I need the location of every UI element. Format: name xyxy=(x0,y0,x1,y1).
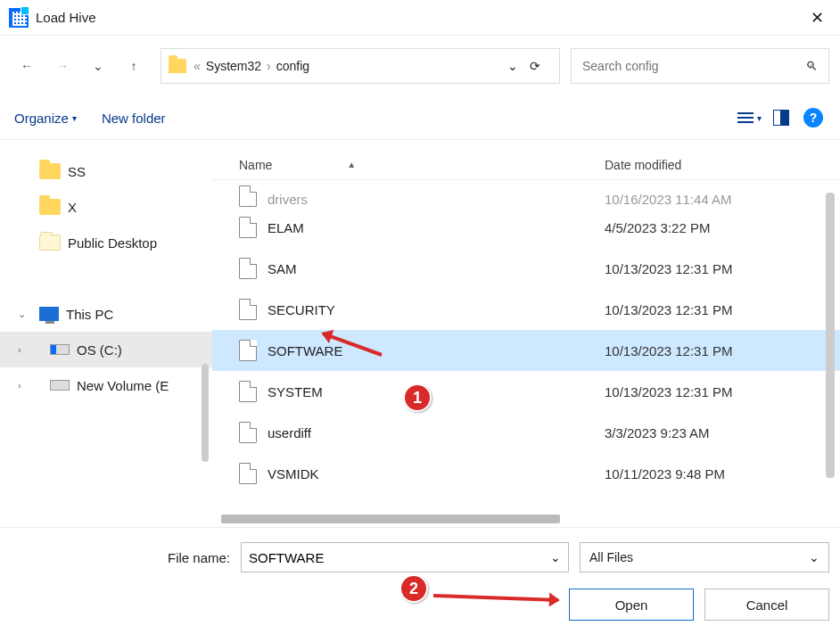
help-icon: ? xyxy=(803,108,823,128)
file-type-filter[interactable]: All Files ⌄ xyxy=(580,542,829,572)
file-pane: Name ▲ Date modified drivers10/16/2023 1… xyxy=(212,150,840,527)
sidebar-item-label: X xyxy=(68,200,77,215)
preview-pane-toggle[interactable] xyxy=(769,105,794,130)
breadcrumb-sep: « xyxy=(192,59,202,73)
filename-label: File name: xyxy=(11,550,230,565)
sidebar-item[interactable]: ›OS (C:) xyxy=(0,332,212,367)
file-name: SOFTWARE xyxy=(268,343,605,358)
sidebar-item-label: This PC xyxy=(66,307,113,322)
this-pc-icon xyxy=(39,307,59,321)
file-icon xyxy=(239,185,257,207)
file-row[interactable]: userdiff3/3/2023 9:23 AM xyxy=(212,412,840,453)
sidebar-item-label: Public Desktop xyxy=(68,235,157,251)
file-name: SYSTEM xyxy=(268,384,605,399)
folder-icon xyxy=(39,199,61,215)
file-date: 10/13/2023 12:31 PM xyxy=(605,302,732,317)
file-row[interactable]: VSMIDK10/11/2023 9:48 PM xyxy=(212,453,840,494)
preview-icon xyxy=(773,110,789,126)
cancel-button[interactable]: Cancel xyxy=(704,589,829,621)
file-date: 10/13/2023 12:31 PM xyxy=(605,384,732,399)
expand-chevron-icon[interactable]: › xyxy=(18,344,21,355)
recent-dropdown[interactable]: ⌄ xyxy=(82,50,114,82)
sidebar: SSXPublic Desktop⌄This PC›OS (C:)›New Vo… xyxy=(0,150,212,527)
back-button[interactable]: ← xyxy=(11,50,43,82)
window-title: Load Hive xyxy=(36,10,96,25)
file-date: 3/3/2023 9:23 AM xyxy=(605,425,710,441)
refresh-button[interactable]: ⟳ xyxy=(518,59,552,73)
file-icon xyxy=(239,258,257,279)
horizontal-scrollbar[interactable] xyxy=(221,515,840,527)
column-headers[interactable]: Name ▲ Date modified xyxy=(212,150,840,180)
file-name: SECURITY xyxy=(268,302,605,317)
chevron-down-icon: ▾ xyxy=(72,113,77,123)
sidebar-item[interactable]: SS xyxy=(0,153,212,189)
sidebar-item[interactable]: ⌄This PC xyxy=(0,296,212,332)
toolbar: Organize ▾ New folder ▾ ? xyxy=(0,96,840,140)
file-row[interactable]: drivers10/16/2023 11:44 AM xyxy=(212,180,840,207)
chevron-down-icon[interactable]: ⌄ xyxy=(550,550,561,564)
chevron-down-icon: ▾ xyxy=(757,113,762,123)
address-bar[interactable]: « System32 › config ⌄ ⟳ xyxy=(161,48,560,84)
new-folder-button[interactable]: New folder xyxy=(102,111,166,126)
sidebar-item[interactable]: X xyxy=(0,189,212,225)
organize-label: Organize xyxy=(14,111,69,126)
forward-button: → xyxy=(46,50,78,82)
file-row[interactable]: SECURITY10/13/2023 12:31 PM xyxy=(212,289,840,330)
sidebar-item-label: OS (C:) xyxy=(77,342,122,358)
search-icon[interactable]: 🔍︎ xyxy=(805,59,818,73)
sidebar-item-label: New Volume (E xyxy=(77,378,169,393)
file-icon xyxy=(239,422,257,443)
filename-combobox[interactable]: ⌄ xyxy=(241,542,569,572)
file-name: ELAM xyxy=(268,220,605,235)
up-button[interactable]: ↑ xyxy=(118,50,150,82)
close-button[interactable]: ✕ xyxy=(803,4,831,31)
file-icon xyxy=(239,381,257,402)
file-icon xyxy=(239,299,257,320)
file-name: drivers xyxy=(268,192,605,207)
breadcrumb-part[interactable]: config xyxy=(273,59,313,73)
address-dropdown[interactable]: ⌄ xyxy=(507,59,518,73)
nav-row: ← → ⌄ ↑ « System32 › config ⌄ ⟳ 🔍︎ xyxy=(0,36,840,96)
open-button[interactable]: Open xyxy=(569,589,694,621)
registry-app-icon xyxy=(9,8,29,28)
col-name-header[interactable]: Name xyxy=(239,158,272,172)
sidebar-item[interactable]: Public Desktop xyxy=(0,225,212,260)
search-box[interactable]: 🔍︎ xyxy=(571,48,829,84)
titlebar: Load Hive ✕ xyxy=(0,0,840,36)
file-date: 10/16/2023 11:44 AM xyxy=(605,192,732,207)
drive-icon xyxy=(50,344,70,355)
vertical-scrollbar[interactable] xyxy=(826,193,835,478)
organize-menu[interactable]: Organize ▾ xyxy=(14,111,77,126)
chevron-right-icon: › xyxy=(265,59,273,73)
filter-label: All Files xyxy=(589,550,633,564)
sort-asc-icon: ▲ xyxy=(347,160,356,169)
dialog-body: SSXPublic Desktop⌄This PC›OS (C:)›New Vo… xyxy=(0,150,840,527)
file-name: VSMIDK xyxy=(268,466,605,482)
file-row[interactable]: SOFTWARE10/13/2023 12:31 PM xyxy=(212,330,840,371)
view-options[interactable]: ▾ xyxy=(737,105,762,130)
file-date: 10/11/2023 9:48 PM xyxy=(605,466,725,482)
folder-icon xyxy=(169,59,186,73)
file-row[interactable]: ELAM4/5/2023 3:22 PM xyxy=(212,207,840,248)
sidebar-scrollbar[interactable] xyxy=(202,364,209,462)
folder-icon xyxy=(39,235,61,251)
col-date-header[interactable]: Date modified xyxy=(605,158,681,172)
file-date: 4/5/2023 3:22 PM xyxy=(605,220,710,235)
chevron-down-icon: ⌄ xyxy=(809,550,819,564)
sidebar-item[interactable]: ›New Volume (E xyxy=(0,367,212,403)
filename-input[interactable] xyxy=(249,550,550,565)
search-input[interactable] xyxy=(582,59,805,73)
file-name: userdiff xyxy=(268,425,605,441)
file-name: SAM xyxy=(268,261,605,276)
help-button[interactable]: ? xyxy=(801,105,826,130)
expand-chevron-icon[interactable]: ⌄ xyxy=(18,309,26,320)
file-icon xyxy=(239,217,257,238)
expand-chevron-icon[interactable]: › xyxy=(18,380,21,391)
annotation-marker-2: 2 xyxy=(399,574,428,603)
drive-icon xyxy=(50,380,70,391)
file-date: 10/13/2023 12:31 PM xyxy=(605,261,732,276)
breadcrumb-part[interactable]: System32 xyxy=(202,59,265,73)
file-row[interactable]: SAM10/13/2023 12:31 PM xyxy=(212,248,840,289)
file-row[interactable]: SYSTEM10/13/2023 12:31 PM xyxy=(212,371,840,412)
file-icon xyxy=(239,340,257,361)
